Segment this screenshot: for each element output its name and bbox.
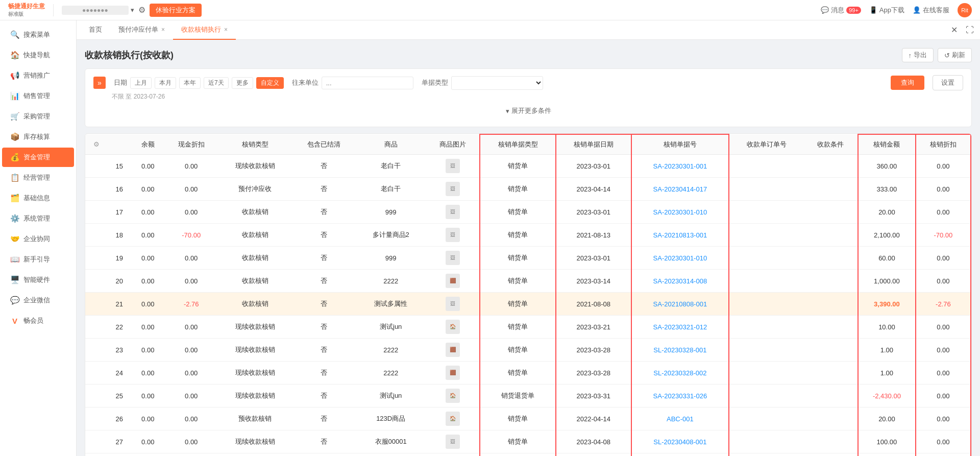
col-cancel-type: 核销类型 [218,134,292,155]
sidebar-item-marketing[interactable]: 📢 营销推广 [2,66,74,85]
date-btn-this-month[interactable]: 本月 [155,77,176,89]
expand-more-btn[interactable]: ▾ 展开更多条件 [93,103,963,118]
cancel-bill-no-link[interactable]: SA-20230314-008 [653,277,707,285]
setting-btn[interactable]: 设置 [933,75,963,90]
cell-product-image: 🖼 [426,247,480,270]
cell-included-settled: 否 [292,201,356,224]
cell-collection-cond [804,453,859,457]
sidebar-item-guide[interactable]: 📖 新手引导 [2,250,74,269]
sidebar-item-base[interactable]: 🗂️ 基础信息 [2,188,74,208]
user-avatar[interactable]: Rit [958,3,972,17]
cell-cancel-bill-date: 2021-08-13 [556,224,631,247]
online-service-btn[interactable]: 👤 在线客服 [913,6,949,15]
col-cash-discount: 现金折扣 [164,134,218,155]
tabs-close-icon[interactable]: ✕ [949,23,960,37]
cell-cancel-type: 现续收款核销 [218,339,292,362]
cell-cancel-bill-no[interactable]: SA-20230321-012 [631,316,729,339]
cancel-bill-no-link[interactable]: SA-20210808-001 [653,300,707,308]
query-btn[interactable]: 查询 [891,76,924,90]
cell-cash-discount: 0.00 [164,201,218,224]
cell-cancel-bill-date: 2023-03-01 [556,155,631,178]
cell-cancel-bill-no[interactable]: SA-20230301-010 [631,201,729,224]
cancel-bill-no-link[interactable]: SA-20230414-017 [653,185,707,193]
gear-icon[interactable]: ⚙ [138,5,145,15]
refresh-btn[interactable]: ↺ 刷新 [938,48,972,62]
sidebar-item-search[interactable]: 🔍 搜索菜单 [2,25,74,44]
bill-type-select[interactable] [451,76,543,90]
date-btn-7days[interactable]: 近7天 [204,77,229,89]
filter-collapse-btn[interactable]: » [93,77,106,89]
sidebar-item-quick-nav[interactable]: 🏠 快捷导航 [2,45,74,65]
sidebar-item-wechat[interactable]: 💬 企业微信 [2,291,74,310]
cell-cancel-bill-no[interactable]: SL-20230328-001 [631,339,729,362]
cell-seq: 18 [107,224,131,247]
cell-cancel-bill-no[interactable]: ABC-001 [631,407,729,430]
sidebar-item-collab[interactable]: 🤝 企业协同 [2,229,74,249]
sidebar-item-finance[interactable]: 💰 资金管理 [2,148,74,167]
cell-balance: 0.00 [131,178,164,201]
cancel-bill-no-link[interactable]: SA-20230301-010 [653,208,707,216]
quick-nav-icon: 🏠 [10,51,19,60]
tab-collection-cancel[interactable]: 收款核销执行 × [173,20,236,40]
sidebar-item-sys[interactable]: ⚙️ 系统管理 [2,209,74,228]
tab-prepay-close[interactable]: × [161,26,165,33]
bill-type-label: 单据类型 [422,78,448,87]
sidebar-item-sales[interactable]: 📊 销售管理 [2,86,74,106]
export-btn[interactable]: ↑ 导出 [902,48,934,62]
date-btn-last-month[interactable]: 上月 [130,77,152,89]
cell-cancel-bill-no[interactable]: SL-20230408-001 [631,430,729,453]
cell-seq: 21 [107,293,131,316]
cell-cancel-bill-type: 销货单 [480,247,555,270]
tab-collection-cancel-close[interactable]: × [224,26,228,33]
cancel-bill-no-link[interactable]: SA-20210813-001 [653,231,707,239]
cancel-bill-no-link[interactable]: SA-20230331-026 [653,392,707,400]
cell-seq: 17 [107,201,131,224]
cell-cancel-bill-no[interactable]: SA-20230301-010 [631,247,729,270]
col-gear[interactable]: ⚙ [85,134,107,155]
app-download-btn[interactable]: 📱 App下载 [869,6,904,15]
sidebar-item-inventory[interactable]: 📦 库存核算 [2,127,74,147]
cell-cancel-bill-type: 销货单 [480,339,555,362]
cell-cancel-bill-no[interactable]: SL-20230418-001 [631,453,729,457]
cell-cancel-bill-no[interactable]: SA-20210813-001 [631,224,729,247]
cell-product-image: 🖼 [426,430,480,453]
sidebar-item-ops[interactable]: 📋 经营管理 [2,168,74,187]
cancel-bill-no-link[interactable]: SA-20230301-001 [653,162,707,170]
header-row: ⚙ 余额 现金折扣 核销类型 包含已结清 商品 商品图片 核销单据类型 核销单据… [85,134,971,155]
tab-collection-cancel-label: 收款核销执行 [181,25,221,34]
cancel-bill-no-link[interactable]: SL-20230328-002 [653,369,706,377]
cancel-bill-no-link[interactable]: SL-20230408-001 [653,438,706,446]
date-btn-custom[interactable]: 自定义 [256,77,284,89]
sidebar-item-member[interactable]: V 畅会员 [2,311,74,330]
date-btn-this-year[interactable]: 本年 [179,77,201,89]
cancel-bill-no-link[interactable]: SL-20230328-001 [653,346,706,354]
cell-cancel-bill-no[interactable]: SA-20210808-001 [631,293,729,316]
cell-cancel-bill-date: 2023-03-14 [556,270,631,293]
notifications-btn[interactable]: 💬 消息 99+ [821,6,861,15]
cancel-bill-no-link[interactable]: SA-20230321-012 [653,323,707,331]
collab-icon: 🤝 [10,234,19,244]
dropdown-icon[interactable]: ▾ [131,6,134,14]
cell-cancel-bill-no[interactable]: SL-20230328-002 [631,362,729,385]
cancel-bill-no-link[interactable]: SA-20230301-010 [653,254,707,262]
cell-cancel-bill-no[interactable]: SA-20230301-001 [631,155,729,178]
tab-prepay[interactable]: 预付冲应付单 × [110,20,173,40]
cancel-bill-no-link[interactable]: ABC-001 [667,415,694,423]
cell-cancel-bill-no[interactable]: SA-20230414-017 [631,178,729,201]
sidebar-item-hardware[interactable]: 🖥️ 智能硬件 [2,270,74,290]
date-btn-more[interactable]: 更多 [232,77,253,89]
cell-seq: 23 [107,339,131,362]
tabs-expand-icon[interactable]: ⛶ [964,23,976,37]
cell-balance: 0.00 [131,430,164,453]
cell-cancel-discount: 0.00 [916,270,971,293]
cell-cancel-bill-no[interactable]: SA-20230314-008 [631,270,729,293]
industry-solution-btn[interactable]: 休验行业方案 [150,4,202,17]
cell-cancel-type: 现续收款核销 [218,362,292,385]
sidebar-item-purchase[interactable]: 🛒 采购管理 [2,107,74,126]
cell-cancel-discount: 0.00 [916,385,971,407]
cell-included-settled: 否 [292,155,356,178]
cell-gear [85,407,107,430]
tab-home[interactable]: 首页 [81,20,110,40]
from-unit-input[interactable] [322,77,413,89]
cell-cancel-bill-no[interactable]: SA-20230331-026 [631,385,729,407]
